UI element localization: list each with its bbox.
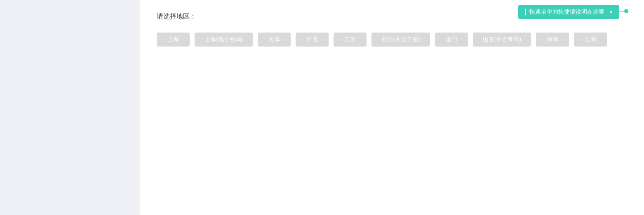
- region-btn[interactable]: 云南: [574, 33, 607, 47]
- sidebar: [0, 0, 140, 215]
- region-btn[interactable]: 江苏: [334, 33, 367, 47]
- region-btn[interactable]: 厦门: [435, 33, 468, 47]
- region-btn[interactable]: 天津: [258, 33, 291, 47]
- tooltip-banner: 快速录单的快捷键说明在这里 ×: [518, 5, 619, 19]
- main-content: 请选择地区： 上海上海(电子税局)天津河北江苏浙江(不含宁波)厦门山东(不含青岛…: [140, 0, 644, 215]
- region-btn[interactable]: 上海: [157, 33, 190, 47]
- region-btn[interactable]: 海南: [536, 33, 569, 47]
- region-btn[interactable]: 山东(不含青岛): [473, 33, 531, 47]
- tooltip-bar: [525, 9, 526, 15]
- region-btn[interactable]: 河北: [296, 33, 329, 47]
- tooltip-close-icon[interactable]: ×: [609, 9, 613, 15]
- tooltip-connector-dot: [624, 9, 628, 13]
- region-btn[interactable]: 浙江(不含宁波): [371, 33, 430, 47]
- region-buttons-container: 上海上海(电子税局)天津河北江苏浙江(不含宁波)厦门山东(不含青岛)海南云南: [157, 33, 628, 47]
- tooltip-connector-line: [618, 11, 624, 12]
- region-btn[interactable]: 上海(电子税局): [195, 33, 253, 47]
- tooltip-text: 快速录单的快捷键说明在这里: [529, 8, 604, 16]
